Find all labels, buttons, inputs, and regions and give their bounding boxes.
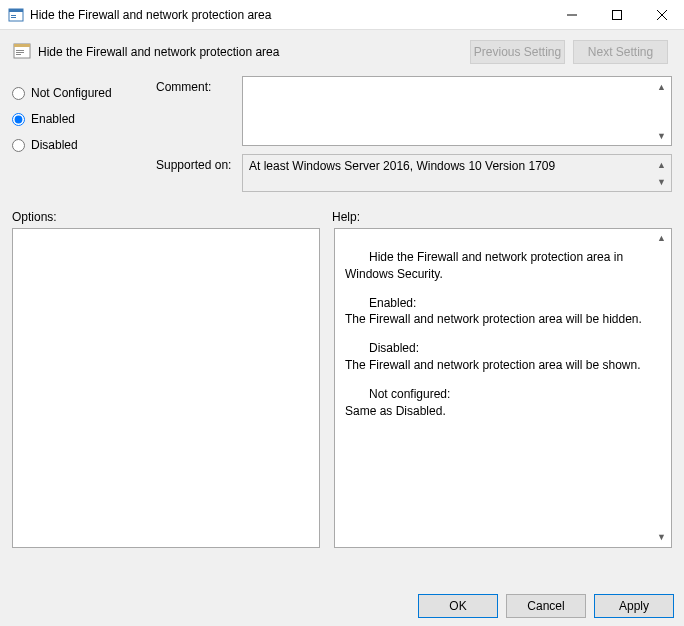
- help-intro: Hide the Firewall and network protection…: [345, 249, 647, 283]
- dialog-footer: OK Cancel Apply: [418, 594, 674, 618]
- svg-line-7: [657, 10, 667, 20]
- radio-disabled-label: Disabled: [31, 138, 78, 152]
- svg-rect-1: [9, 9, 23, 12]
- apply-button[interactable]: Apply: [594, 594, 674, 618]
- radio-disabled-input[interactable]: [12, 139, 25, 152]
- options-panel: [12, 228, 320, 548]
- dialog-body: Hide the Firewall and network protection…: [0, 30, 684, 626]
- radio-enabled-label: Enabled: [31, 112, 75, 126]
- previous-setting-button[interactable]: Previous Setting: [470, 40, 565, 64]
- cancel-button[interactable]: Cancel: [506, 594, 586, 618]
- titlebar: Hide the Firewall and network protection…: [0, 0, 684, 30]
- help-notconf-text: Same as Disabled.: [345, 404, 446, 418]
- scroll-up-icon[interactable]: ▲: [653, 230, 670, 247]
- radio-not-configured-input[interactable]: [12, 87, 25, 100]
- scroll-down-icon[interactable]: ▼: [653, 529, 670, 546]
- scroll-up-icon[interactable]: ▲: [653, 78, 670, 95]
- radio-enabled[interactable]: Enabled: [12, 106, 142, 132]
- help-enabled-head: Enabled:: [345, 295, 647, 312]
- comment-textarea[interactable]: ▲ ▼: [242, 76, 672, 146]
- next-setting-button[interactable]: Next Setting: [573, 40, 668, 64]
- radio-enabled-input[interactable]: [12, 113, 25, 126]
- svg-rect-12: [16, 54, 21, 55]
- policy-title: Hide the Firewall and network protection…: [38, 45, 470, 59]
- scroll-down-icon[interactable]: ▼: [653, 173, 670, 190]
- policy-icon: [12, 42, 32, 62]
- options-label: Options:: [12, 210, 332, 224]
- svg-rect-5: [612, 10, 621, 19]
- window-title: Hide the Firewall and network protection…: [30, 8, 549, 22]
- help-disabled-head: Disabled:: [345, 340, 647, 357]
- scroll-up-icon[interactable]: ▲: [653, 156, 670, 173]
- svg-line-6: [657, 10, 667, 20]
- header-row: Hide the Firewall and network protection…: [0, 30, 684, 70]
- svg-rect-11: [16, 52, 24, 53]
- radio-not-configured-label: Not Configured: [31, 86, 112, 100]
- window-controls: [549, 0, 684, 29]
- maximize-button[interactable]: [594, 0, 639, 29]
- svg-rect-10: [16, 50, 24, 51]
- ok-button[interactable]: OK: [418, 594, 498, 618]
- radio-not-configured[interactable]: Not Configured: [12, 80, 142, 106]
- svg-rect-9: [14, 44, 30, 47]
- minimize-button[interactable]: [549, 0, 594, 29]
- svg-rect-3: [11, 17, 16, 18]
- help-disabled-text: The Firewall and network protection area…: [345, 358, 640, 372]
- supported-on-field: At least Windows Server 2016, Windows 10…: [242, 154, 672, 192]
- help-label: Help:: [332, 210, 672, 224]
- help-enabled-text: The Firewall and network protection area…: [345, 312, 642, 326]
- scroll-down-icon[interactable]: ▼: [653, 127, 670, 144]
- state-radio-group: Not Configured Enabled Disabled: [12, 76, 142, 200]
- app-icon: [8, 7, 24, 23]
- close-button[interactable]: [639, 0, 684, 29]
- help-panel: Hide the Firewall and network protection…: [334, 228, 672, 548]
- svg-rect-2: [11, 15, 16, 16]
- comment-label: Comment:: [156, 76, 242, 146]
- radio-disabled[interactable]: Disabled: [12, 132, 142, 158]
- supported-on-value: At least Windows Server 2016, Windows 10…: [249, 159, 555, 173]
- supported-on-label: Supported on:: [156, 154, 242, 192]
- help-notconf-head: Not configured:: [345, 386, 647, 403]
